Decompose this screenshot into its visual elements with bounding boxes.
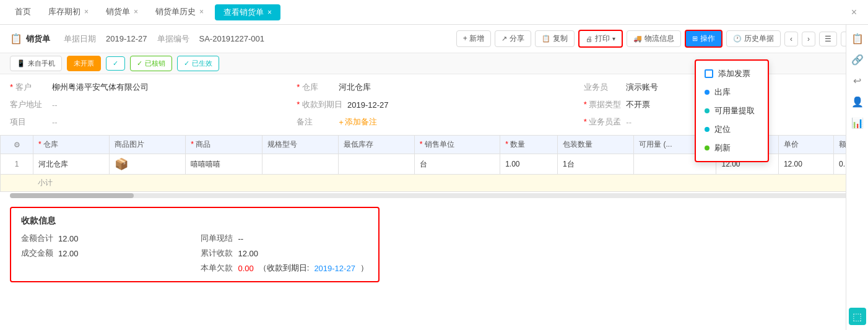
print-icon: 🖨 (586, 35, 592, 43)
list-view-button[interactable]: ☰ (819, 32, 837, 46)
tab-home-label: 首页 (15, 6, 31, 17)
payment-info-box: 收款信息 金额合计 12.00 同单现结 -- 成交金额 12.00 (10, 207, 380, 282)
tab-view-sales-close[interactable]: × (267, 8, 272, 17)
row-seq: 1 (1, 154, 33, 175)
operate-icon: ⊞ (692, 35, 698, 43)
ticket-type-label: 票据类型 (584, 99, 622, 110)
tab-inventory-label: 库存期初 (48, 6, 80, 17)
verify-button[interactable]: ✓ (106, 56, 125, 71)
tab-inventory-close[interactable]: × (84, 7, 89, 16)
outbound-icon (705, 90, 710, 95)
copy-icon: 📋 (542, 35, 550, 43)
cumulative-row: 累计收款 12.00 (201, 248, 368, 259)
locate-icon (705, 127, 710, 132)
tab-bar: 首页 库存期初 × 销货单 × 销货单历史 × 查看销货单 × × (0, 0, 868, 25)
tab-sales-history[interactable]: 销货单历史 × (147, 0, 212, 24)
print-label: 打印 (595, 33, 610, 44)
tab-sales[interactable]: 销货单 × (97, 0, 147, 24)
open-status-label: 未开票 (74, 59, 94, 68)
col-unit-price: 单价 (778, 136, 833, 154)
date-value: 2019-12-27 (106, 34, 147, 43)
share-label: 分享 (510, 33, 524, 44)
subtotal-label: 小计 (1, 175, 868, 192)
cumulative-label: 累计收款 (201, 248, 233, 259)
ticket-type-value: 不开票 (626, 99, 650, 110)
refresh-label: 刷新 (714, 142, 731, 154)
address-row: 客户地址 -- (10, 99, 284, 110)
customer-label: 客户 (10, 82, 47, 93)
right-icon-4[interactable]: 👤 (849, 93, 866, 110)
right-icon-6[interactable]: ⬚ (849, 308, 866, 325)
open-ticket-button[interactable]: 未开票 (67, 56, 101, 71)
tab-home[interactable]: 首页 (6, 0, 40, 24)
warehouse-label: 仓库 (297, 82, 334, 93)
dropdown-outbound[interactable]: 出库 (696, 83, 768, 102)
doc-title-text: 销货单 (26, 33, 50, 45)
doc-header: 📋 销货单 单据日期 2019-12-27 单据编号 SA-20191227-0… (0, 25, 868, 53)
row-product: 嘻嘻嘻嘻 (186, 154, 262, 175)
add-button[interactable]: + 新增 (456, 30, 491, 47)
staff-label: 业务员 (584, 82, 621, 93)
tab-sales-close[interactable]: × (134, 7, 138, 16)
content-area: 📋 销货单 单据日期 2019-12-27 单据编号 SA-20191227-0… (0, 25, 868, 330)
sold-button[interactable]: ✓ 已核销 (130, 56, 172, 71)
available-qty-icon (705, 108, 710, 113)
phone-source-button[interactable]: 📱 来自手机 (10, 56, 62, 71)
dropdown-refresh[interactable]: 刷新 (696, 139, 768, 157)
toolbar-right: + 新增 ↗ 分享 📋 复制 🖨 打印 ▾ 🚚 (456, 30, 858, 48)
row-product-image: 📦 (110, 154, 186, 175)
tab-view-sales[interactable]: 查看销货单 × (215, 4, 280, 20)
dropdown-available-qty[interactable]: 可用量提取 (696, 102, 768, 120)
tab-sales-history-close[interactable]: × (199, 7, 204, 16)
balance-note: （收款到期日: (259, 263, 310, 274)
col-min-stock: 最低库存 (338, 136, 414, 154)
biz-staff-label: 业务员孟 (584, 116, 622, 128)
operate-button[interactable]: ⊞ 操作 (685, 30, 723, 48)
copy-button[interactable]: 📋 复制 (535, 30, 575, 47)
right-icon-2[interactable]: 🔗 (849, 51, 866, 68)
add-remark-button[interactable]: + 添加备注 (339, 116, 377, 128)
number-value: SA-20191227-001 (199, 34, 265, 43)
col-quantity: * 数量 (500, 136, 558, 154)
next-button[interactable]: › (802, 32, 815, 46)
scroll-thumb[interactable] (10, 193, 134, 198)
page-body: 📋 销货单 单据日期 2019-12-27 单据编号 SA-20191227-0… (0, 25, 868, 330)
logistics-icon: 🚚 (633, 35, 642, 43)
effective-button[interactable]: ✓ 已生效 (177, 56, 219, 71)
logistics-button[interactable]: 🚚 物流信息 (627, 30, 681, 47)
right-icon-3[interactable]: ↩ (849, 72, 866, 89)
balance-note-end: ） (360, 263, 368, 274)
doc-icon: 📋 (10, 33, 22, 45)
dropdown-add-invoice[interactable]: 添加发票 (696, 64, 768, 83)
check-effective-icon: ✓ (184, 59, 189, 67)
right-icon-1[interactable]: 📋 (849, 30, 866, 47)
remark-row: 备注 + 添加备注 (297, 116, 571, 128)
col-product: * 商品 (186, 136, 262, 154)
project-value: -- (52, 118, 58, 127)
right-icon-5[interactable]: 📊 (849, 114, 866, 131)
locate-label: 定位 (714, 124, 731, 135)
history-button[interactable]: 🕐 历史单据 (726, 30, 781, 47)
dropdown-locate[interactable]: 定位 (696, 120, 768, 139)
total-row: 金额合计 12.00 (21, 233, 188, 244)
number-label: 单据编号 (157, 33, 189, 45)
operate-label: 操作 (700, 33, 715, 44)
print-dropdown-arrow: ▾ (612, 35, 615, 42)
outbound-label: 出库 (714, 87, 731, 98)
share-button[interactable]: ↗ 分享 (495, 30, 531, 47)
warehouse-row: 仓库 河北仓库 (297, 82, 571, 93)
transaction-row: 成交金额 12.00 (21, 248, 188, 259)
print-button[interactable]: 🖨 打印 ▾ (578, 30, 623, 48)
global-close-button[interactable]: × (846, 7, 862, 18)
doc-title: 📋 销货单 (10, 33, 50, 45)
customer-row: 客户 柳州粤港平安气体有限公司 (10, 82, 284, 93)
tab-inventory[interactable]: 库存期初 × (40, 0, 97, 24)
tab-sales-label: 销货单 (106, 6, 130, 17)
copy-label: 复制 (553, 33, 568, 44)
total-label: 金额合计 (21, 233, 53, 244)
col-sales-unit: * 销售单位 (414, 136, 500, 154)
table-scrollbar[interactable] (10, 193, 858, 198)
prev-button[interactable]: ‹ (784, 32, 798, 46)
verify-icon: ✓ (113, 59, 118, 67)
bottom-section: 收款信息 金额合计 12.00 同单现结 -- 成交金额 12.00 (0, 199, 868, 290)
